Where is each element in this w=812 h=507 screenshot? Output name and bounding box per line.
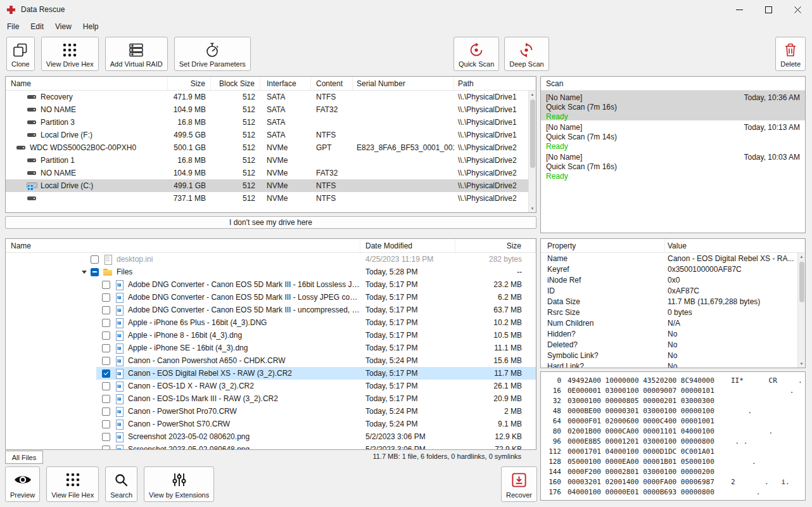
file-row[interactable]: Apple - iPhone 6s Plus - 16bit (4_3).DNG… (6, 316, 536, 329)
hex-ascii: . . (731, 437, 748, 447)
file-row[interactable]: Adobe DNG Converter - Canon EOS 5D Mark … (6, 304, 536, 316)
scroll-down-icon[interactable]: ▼ (798, 360, 805, 368)
row-checkbox[interactable] (102, 420, 110, 428)
drive-icon (27, 168, 37, 178)
search-button[interactable]: Search (105, 466, 137, 502)
menu-item[interactable]: Help (77, 20, 105, 34)
row-checkbox[interactable] (91, 255, 99, 264)
recover-button[interactable]: Recover (501, 466, 537, 502)
file-col-date[interactable]: Date Modified (360, 239, 455, 252)
row-checkbox[interactable] (102, 306, 110, 314)
row-checkbox[interactable] (102, 395, 110, 403)
file-row[interactable]: Canon - EOS-1Ds Mark III - RAW (3_2).CR2… (6, 392, 536, 405)
row-checkbox[interactable] (102, 319, 110, 327)
drive-col-serial[interactable]: Serial Number (353, 77, 454, 90)
row-checkbox[interactable] (102, 281, 110, 289)
scrollbar-thumb[interactable] (799, 262, 804, 302)
row-checkbox[interactable] (102, 446, 110, 451)
file-row[interactable]: Screenshot 2023-05-02 080620.png 5/2/202… (6, 430, 536, 443)
drive-list-scrollbar[interactable]: ▲ ▼ (528, 91, 536, 212)
drive-row[interactable]: Partition 1 16.8 MB 512 NVMe \\.\Physica… (6, 154, 536, 167)
row-checkbox[interactable] (102, 357, 110, 365)
file-row[interactable]: desktop.ini 4/25/2023 11:19 PM 282 bytes (6, 253, 536, 266)
row-checkbox[interactable] (102, 408, 110, 416)
view-by-extensions-button[interactable]: View by Extensions (144, 466, 214, 502)
delete-button[interactable]: Delete (775, 37, 806, 71)
drive-blocksize: 512 (211, 167, 260, 179)
row-checkbox[interactable] (102, 369, 110, 378)
drive-col-name[interactable]: Name (6, 77, 168, 90)
scroll-down-icon[interactable]: ▼ (529, 205, 536, 212)
scan-item[interactable]: [No Name] Today, 10:13 AM Quick Scan (7m… (541, 120, 805, 150)
hex-bytes: 49492A00 10000000 43520200 8C940000 (561, 376, 714, 386)
minimize-button[interactable] (725, 0, 754, 19)
row-checkbox[interactable] (91, 268, 99, 276)
row-checkbox[interactable] (102, 293, 110, 302)
property-scrollbar[interactable]: ▲ ▼ (797, 253, 805, 368)
menu-item[interactable]: View (49, 20, 77, 34)
file-row[interactable]: Apple - iPhone 8 - 16bit (4_3).dng Today… (6, 329, 536, 342)
drive-col-path[interactable]: Path (454, 77, 536, 90)
view-file-hex-button[interactable]: View File Hex (46, 466, 99, 502)
drive-row[interactable]: NO NAME 104.9 MB 512 NVMe FAT32 \\.\Phys… (6, 167, 536, 179)
quick-scan-button[interactable]: Quick Scan (454, 37, 499, 71)
scan-panel-header: Scan (541, 77, 805, 91)
drive-col-blocksize[interactable]: Block Size (211, 77, 260, 90)
view-drive-hex-button[interactable]: View Drive Hex (41, 37, 99, 71)
drive-col-content[interactable]: Content (311, 77, 353, 90)
file-date: Today, 5:17 PM (360, 392, 455, 405)
scan-item[interactable]: [No Name] Today, 10:03 AM Quick Scan (7m… (541, 150, 805, 180)
property-row: Hidden? No (541, 328, 805, 339)
row-checkbox[interactable] (102, 382, 110, 390)
view-drive-hex-label: View Drive Hex (46, 60, 94, 68)
drive-row[interactable]: WDC WDS500G2B0C-00PXH0 500.1 GB 512 NVMe… (6, 141, 536, 154)
row-checkbox[interactable] (102, 433, 110, 441)
file-col-name[interactable]: Name (6, 239, 360, 252)
drive-col-size[interactable]: Size (168, 77, 211, 90)
file-row[interactable]: Canon - EOS Digital Rebel XS - RAW (3_2)… (6, 367, 536, 380)
row-checkbox[interactable] (102, 331, 110, 340)
scrollbar-thumb[interactable] (530, 99, 535, 168)
add-virtual-raid-button[interactable]: Add Virtual RAID (105, 37, 168, 71)
drive-row[interactable]: Local Drive (C:) 499.1 GB 512 NVMe NTFS … (6, 179, 536, 192)
drive-row[interactable]: 737.1 MB 512 NVMe NTFS \\.\PhysicalDrive… (6, 192, 536, 205)
menu-item[interactable]: Edit (25, 20, 49, 34)
file-type-icon (103, 254, 113, 264)
preview-button[interactable]: Preview (5, 466, 40, 502)
file-row[interactable]: Canon - Canon Powershot A650 - CHDK.CRW … (6, 354, 536, 367)
file-row[interactable]: Screenshot 2023-05-02 080648.png 5/2/202… (6, 443, 536, 450)
scroll-up-icon[interactable]: ▲ (529, 91, 536, 98)
file-row[interactable]: Apple - iPhone SE - 16bit (4_3).dng Toda… (6, 342, 536, 354)
close-button[interactable] (783, 0, 812, 19)
file-row[interactable]: Adobe DNG Converter - Canon EOS 5D Mark … (6, 291, 536, 304)
scan-item[interactable]: [No Name] Today, 10:36 AM Quick Scan (7m… (541, 91, 805, 120)
set-drive-parameters-button[interactable]: Set Drive Parameters (174, 37, 251, 71)
file-col-size[interactable]: Size (455, 239, 536, 252)
menu-item[interactable]: File (1, 20, 25, 34)
hex-offset: 96 (541, 437, 561, 447)
drive-col-interface[interactable]: Interface (260, 77, 311, 90)
drive-row[interactable]: Local Drive (F:) 499.5 GB 512 SATA NTFS … (6, 129, 536, 141)
drive-content: NTFS (311, 129, 353, 141)
maximize-button[interactable] (754, 0, 783, 19)
row-checkbox[interactable] (102, 344, 110, 352)
drive-row[interactable]: Recovery 471.9 MB 512 SATA NTFS \\.\Phys… (6, 91, 536, 103)
drive-size: 500.1 GB (168, 141, 211, 154)
drive-row[interactable]: Partition 3 16.8 MB 512 SATA \\.\Physica… (6, 116, 536, 129)
hex-row: 64 00000F01 02000600 0000C400 00001001 (541, 416, 805, 427)
file-row[interactable]: Canon - PowerShot S70.CRW Today, 5:24 PM… (6, 418, 536, 430)
drive-row[interactable]: NO NAME 104.9 MB 512 SATA FAT32 \\.\Phys… (6, 103, 536, 116)
expander-icon[interactable] (79, 267, 89, 277)
deep-scan-button[interactable]: Deep Scan (504, 37, 549, 71)
property-value: 0xAF87C (665, 285, 805, 296)
no-drive-button[interactable]: I don't see my drive here (5, 216, 536, 229)
scroll-up-icon[interactable]: ▲ (798, 253, 805, 260)
tab-all-files[interactable]: All Files (5, 451, 43, 464)
hex-bytes: 00000F01 02000600 0000C400 00001001 (561, 416, 714, 427)
file-row[interactable]: Canon - EOS-1D X - RAW (3_2).CR2 Today, … (6, 380, 536, 392)
file-row[interactable]: Files Today, 5:28 PM -- (6, 266, 536, 278)
file-row[interactable]: Adobe DNG Converter - Canon EOS 5D Mark … (6, 278, 536, 291)
clone-button[interactable]: Clone (6, 37, 35, 71)
file-row[interactable]: Canon - PowerShot Pro70.CRW Today, 5:24 … (6, 405, 536, 418)
add-virtual-raid-label: Add Virtual RAID (110, 60, 163, 68)
